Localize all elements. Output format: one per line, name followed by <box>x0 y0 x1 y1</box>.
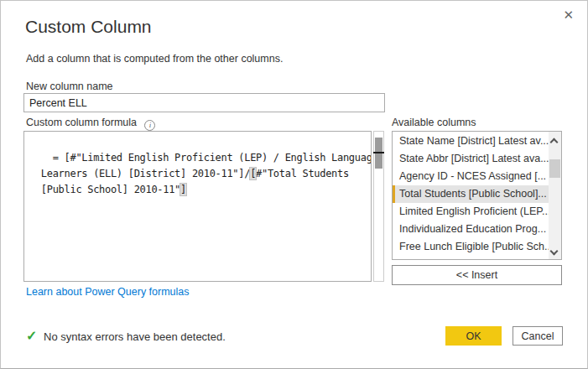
list-item[interactable]: State Abbr [District] Latest ava... <box>393 150 549 168</box>
ok-button[interactable]: OK <box>445 326 502 346</box>
custom-column-dialog: ✕ Custom Column Add a column that is com… <box>0 0 588 369</box>
formula-label: Custom column formula <box>26 117 137 128</box>
status-message: No syntax errors have been detected. <box>44 330 226 343</box>
insert-button[interactable]: << Insert <box>392 265 562 285</box>
formula-label-row: Custom column formula i <box>26 117 155 131</box>
info-icon[interactable]: i <box>144 120 155 131</box>
list-item[interactable]: Individualized Education Prog... <box>393 221 549 238</box>
formula-text: = [#"Limited English Proficient (LEP) / … <box>29 152 372 195</box>
list-item[interactable]: State Name [District] Latest av... <box>393 133 549 150</box>
check-icon: ✓ <box>26 328 37 344</box>
cancel-button[interactable]: Cancel <box>513 326 563 346</box>
close-button[interactable]: ✕ <box>559 4 577 26</box>
list-item-label: Limited English Proficient (LEP... <box>399 205 549 217</box>
formula-bracket-highlight: ] <box>180 184 186 195</box>
list-scrollbar[interactable] <box>549 132 561 259</box>
list-item-label: Agency ID - NCES Assigned [... <box>399 170 546 182</box>
list-item[interactable]: Free Lunch Eligible [Public Sch... <box>393 238 549 256</box>
list-item[interactable]: Reduced-price Lunch Eligible... <box>393 256 549 260</box>
available-columns-list: State Name [District] Latest av...State … <box>392 131 562 260</box>
list-item[interactable]: Limited English Proficient (LEP... <box>393 203 549 221</box>
dialog-subtitle: Add a column that is computed from the o… <box>26 53 283 65</box>
list-item[interactable]: Agency ID - NCES Assigned [... <box>393 168 549 185</box>
list-item-label: Reduced-price Lunch Eligible... <box>399 258 544 260</box>
list-item-label: Free Lunch Eligible [Public Sch... <box>399 241 549 252</box>
scroll-down-icon[interactable] <box>550 247 559 256</box>
list-item-label: Total Students [Public School]... <box>399 188 547 200</box>
close-icon: ✕ <box>563 8 574 22</box>
formula-scrollbar-gripper[interactable] <box>373 152 384 153</box>
new-column-name-label: New column name <box>26 81 113 92</box>
list-item[interactable]: Total Students [Public School]... <box>393 185 549 203</box>
available-columns-rows: State Name [District] Latest av...State … <box>393 133 549 260</box>
list-item-label: Individualized Education Prog... <box>399 223 546 235</box>
available-columns-label: Available columns <box>392 117 476 128</box>
selection-bar <box>393 185 395 203</box>
learn-formulas-link[interactable]: Learn about Power Query formulas <box>26 286 190 298</box>
scroll-up-icon[interactable] <box>550 138 559 147</box>
formula-editor[interactable]: = [#"Limited English Proficient (LEP) / … <box>23 131 372 282</box>
list-item-label: State Abbr [District] Latest ava... <box>399 153 549 164</box>
list-scrollbar-thumb[interactable] <box>549 159 560 178</box>
list-item-label: State Name [District] Latest av... <box>399 135 549 147</box>
dialog-title: Custom Column <box>25 17 152 37</box>
formula-scrollbar[interactable] <box>373 131 384 282</box>
new-column-name-input[interactable] <box>23 93 385 112</box>
